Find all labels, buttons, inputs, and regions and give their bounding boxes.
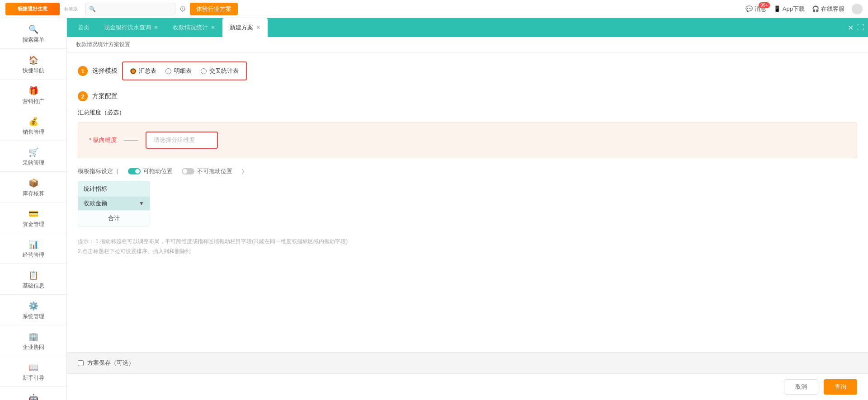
service-btn[interactable]: 🎧 在线客服 bbox=[812, 5, 844, 13]
sidebar: 🔍 搜索菜单 🏠 快捷导航 🎁 营销推广 💰 销售管理 🛒 采购管理 📦 库存核… bbox=[0, 18, 67, 400]
sidebar-item-marketing[interactable]: 🎁 营销推广 bbox=[0, 80, 66, 110]
trial-button[interactable]: 体验行业方案 bbox=[190, 3, 238, 15]
close-new-plan-tab[interactable]: ✕ bbox=[256, 24, 260, 31]
step1-header: 1 选择模板 汇总表 明细表 bbox=[78, 61, 857, 80]
card-icon: 💳 bbox=[28, 209, 38, 219]
sidebar-item-new-guide[interactable]: 📖 新手引导 bbox=[0, 356, 66, 387]
metrics-table-header: 统计指标 bbox=[78, 181, 150, 197]
sidebar-item-quick-nav[interactable]: 🏠 快捷导航 bbox=[0, 49, 66, 80]
sidebar-item-basic-info[interactable]: 📋 基础信息 bbox=[0, 264, 66, 295]
step1-num: 1 bbox=[78, 66, 88, 76]
bottom-bar: 取消 查询 bbox=[67, 373, 868, 400]
sidebar-item-sales[interactable]: 💰 销售管理 bbox=[0, 110, 66, 141]
settings-icon[interactable]: ⚙ bbox=[179, 4, 186, 14]
sidebar-item-enterprise-collab[interactable]: 🏢 企业协同 bbox=[0, 325, 66, 356]
maximize-icon[interactable]: ⛶ bbox=[857, 24, 864, 32]
search-menu-icon: 🔍 bbox=[28, 24, 38, 34]
radio-detail[interactable]: 明细表 bbox=[165, 67, 192, 75]
save-plan-checkbox[interactable] bbox=[78, 360, 84, 366]
download-icon: 📱 bbox=[774, 5, 781, 12]
metrics-header-row[interactable]: 收款金额 ▼ bbox=[78, 197, 150, 210]
metrics-header: 模板指标设定（ 可拖动位置 不可拖动位置 ） bbox=[78, 167, 857, 175]
tab-home[interactable]: 首页 bbox=[71, 18, 97, 37]
book-icon: 📖 bbox=[28, 362, 38, 372]
top-bar: 畅捷通好生意 标准版 🔍 ⚙ 体验行业方案 💬 99+ 消息 📱 App下载 🎧… bbox=[0, 0, 868, 18]
radio-cross-input[interactable] bbox=[201, 68, 207, 74]
sidebar-item-operations[interactable]: 📊 经营管理 bbox=[0, 233, 66, 264]
step1-section: 1 选择模板 汇总表 明细表 bbox=[78, 61, 857, 80]
top-actions: 💬 99+ 消息 📱 App下载 🎧 在线客服 bbox=[745, 4, 863, 14]
metrics-table-body: 合计 bbox=[78, 210, 150, 226]
arrow-icon: —— bbox=[124, 136, 138, 144]
radio-detail-input[interactable] bbox=[165, 68, 171, 74]
tab-collection-stats[interactable]: 收款情况统计 ✕ bbox=[165, 18, 222, 37]
tip-line-2: 2.点击标题栏下拉可设置排序、插入列和删除列 bbox=[78, 247, 857, 257]
home-icon: 🏠 bbox=[28, 55, 38, 65]
tip-line-1: 提示： 1.拖动标题栏可以调整布局，不可跨维度或指标区域拖动栏目字段(只能在同一… bbox=[78, 237, 857, 247]
download-btn[interactable]: 📱 App下载 bbox=[774, 5, 805, 13]
cancel-button[interactable]: 取消 bbox=[784, 379, 818, 395]
step2-header: 2 方案配置 bbox=[78, 91, 857, 101]
money-icon: 💰 bbox=[28, 117, 38, 127]
sidebar-item-search-menu[interactable]: 🔍 搜索菜单 bbox=[0, 18, 66, 49]
sidebar-item-smart-hardware[interactable]: 🤖 智能硬件 bbox=[0, 387, 66, 400]
sidebar-item-purchase[interactable]: 🛒 采购管理 bbox=[0, 141, 66, 172]
query-button[interactable]: 查询 bbox=[824, 379, 857, 395]
enterprise-icon: 🏢 bbox=[28, 332, 38, 342]
search-input[interactable] bbox=[96, 6, 171, 12]
metrics-header-close: ） bbox=[241, 167, 247, 175]
metrics-section: 模板指标设定（ 可拖动位置 不可拖动位置 ） bbox=[78, 167, 857, 256]
close-collection-tab[interactable]: ✕ bbox=[211, 24, 215, 31]
radio-cross-label[interactable]: 交叉统计表 bbox=[209, 67, 239, 75]
radio-summary-input[interactable] bbox=[130, 68, 136, 74]
dimension-area: 纵向维度 —— 请选择分组维度 bbox=[78, 122, 857, 158]
box-icon: 📦 bbox=[28, 178, 38, 188]
radio-summary-label[interactable]: 汇总表 bbox=[139, 67, 156, 75]
sidebar-item-inventory[interactable]: 📦 库存核算 bbox=[0, 172, 66, 202]
headset-icon: 🎧 bbox=[812, 5, 819, 12]
metrics-setting-label: 模板指标设定（ bbox=[78, 167, 119, 175]
step1-title: 选择模板 bbox=[92, 67, 118, 75]
draggable-indicator[interactable] bbox=[128, 168, 141, 174]
radio-detail-label[interactable]: 明细表 bbox=[174, 67, 192, 75]
sidebar-item-system[interactable]: ⚙️ 系统管理 bbox=[0, 295, 66, 325]
message-btn[interactable]: 💬 99+ 消息 bbox=[745, 5, 766, 13]
robot-icon: 🤖 bbox=[28, 393, 38, 400]
search-box[interactable]: 🔍 bbox=[85, 3, 175, 15]
non-draggable-toggle[interactable]: 不可拖动位置 bbox=[182, 167, 232, 175]
radio-cross[interactable]: 交叉统计表 bbox=[201, 67, 239, 75]
tab-bar: 首页 现金银行流水查询 ✕ 收款情况统计 ✕ 新建方案 ✕ ✕ ⛶ bbox=[67, 18, 868, 37]
sidebar-item-finance[interactable]: 💳 资金管理 bbox=[0, 202, 66, 233]
form-area: 1 选择模板 汇总表 明细表 bbox=[67, 52, 868, 352]
app-logo: 畅捷通好生意 bbox=[5, 3, 60, 15]
tab-bank-flow[interactable]: 现金银行流水查询 ✕ bbox=[97, 18, 165, 37]
metrics-subtotal-cell: 合计 bbox=[78, 210, 150, 226]
app-version: 标准版 bbox=[64, 6, 78, 12]
dimension-row: 纵向维度 —— 请选择分组维度 bbox=[89, 132, 846, 149]
close-bank-flow-tab[interactable]: ✕ bbox=[154, 24, 158, 31]
config-section: 汇总维度（必选） 纵向维度 —— 请选择分组维度 模板指标设定（ bbox=[78, 108, 857, 256]
chevron-down-icon[interactable]: ▼ bbox=[139, 200, 144, 207]
step2-num: 2 bbox=[78, 91, 88, 101]
gear-icon: ⚙️ bbox=[28, 301, 38, 311]
cart-icon: 🛒 bbox=[28, 147, 38, 157]
non-draggable-indicator[interactable] bbox=[182, 168, 194, 174]
close-all-icon[interactable]: ✕ bbox=[848, 24, 854, 32]
user-avatar[interactable] bbox=[852, 4, 863, 14]
metrics-table: 统计指标 收款金额 ▼ 合计 bbox=[78, 181, 150, 226]
gift-icon: 🎁 bbox=[28, 86, 38, 96]
vertical-dim-label: 纵向维度 bbox=[89, 136, 117, 144]
save-option: 方案保存（可选） bbox=[67, 352, 868, 373]
breadcrumb: 收款情况统计方案设置 bbox=[67, 37, 868, 52]
message-icon: 💬 bbox=[745, 5, 753, 12]
save-plan-label[interactable]: 方案保存（可选） bbox=[87, 359, 134, 367]
radio-summary[interactable]: 汇总表 bbox=[130, 67, 156, 75]
tab-new-plan[interactable]: 新建方案 ✕ bbox=[222, 18, 268, 37]
clipboard-icon: 📋 bbox=[28, 270, 38, 280]
dim-select[interactable]: 请选择分组维度 bbox=[146, 132, 218, 149]
step2-title: 方案配置 bbox=[92, 92, 118, 100]
draggable-toggle[interactable]: 可拖动位置 bbox=[128, 167, 173, 175]
metrics-table-title: 统计指标 bbox=[84, 185, 107, 193]
tips-section: 提示： 1.拖动标题栏可以调整布局，不可跨维度或指标区域拖动栏目字段(只能在同一… bbox=[78, 237, 857, 256]
template-box: 汇总表 明细表 交叉统计表 bbox=[122, 61, 247, 80]
